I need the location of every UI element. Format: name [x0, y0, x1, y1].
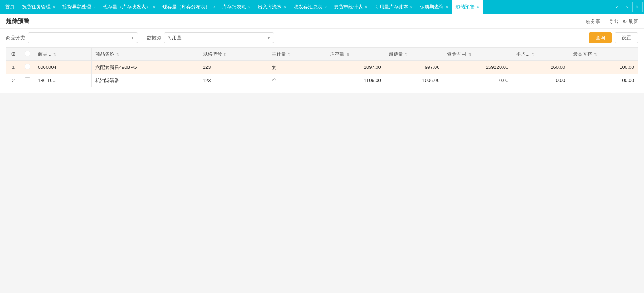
page-title: 超储预警	[6, 18, 29, 25]
table-row: 1 0000004 六配套新昌490BPG 123 套 1097.00 997.…	[6, 61, 638, 74]
sort-icon: ⇅	[532, 52, 535, 56]
col-header-avg[interactable]: 平均... ⇅	[512, 48, 569, 61]
nav-item-label: 出入库流水	[258, 4, 282, 10]
sort-icon: ⇅	[116, 52, 119, 56]
row-stock: 1106.00	[326, 74, 385, 87]
row-checkbox[interactable]	[25, 64, 30, 69]
row-capital: 0.00	[443, 74, 512, 87]
filter-bar: 商品分类 ▼ 数据源 可用量 ▼ 查询 设置	[0, 29, 644, 47]
gear-icon[interactable]: ⚙	[10, 51, 17, 58]
nav-item-7[interactable]: 收发存汇总表 ×	[290, 0, 330, 14]
category-select[interactable]: ▼	[28, 32, 138, 43]
nav-item-label: 库存批次账	[222, 4, 246, 10]
data-table: ⚙ 商品... ⇅ 商品名称 ⇅ 规格型号 ⇅ 主计量	[6, 47, 638, 87]
close-icon[interactable]: ×	[153, 5, 155, 9]
chevron-down-icon: ▼	[131, 36, 135, 40]
nav-item-4[interactable]: 现存量（库存分布表） ×	[159, 0, 218, 14]
nav-item-10[interactable]: 保质期查询 ×	[416, 0, 452, 14]
nav-more-button[interactable]: ×	[632, 2, 643, 12]
nav-item-label: 拣货异常处理	[62, 4, 91, 10]
row-avg: 260.00	[512, 61, 569, 74]
close-icon[interactable]: ×	[446, 5, 448, 9]
export-button[interactable]: ↓ 导出	[605, 18, 618, 25]
nav-item-label: 首页	[5, 4, 15, 10]
close-icon[interactable]: ×	[284, 5, 286, 9]
row-spec: 123	[199, 61, 268, 74]
datasource-filter-group: 数据源 可用量 ▼	[147, 32, 274, 43]
col-header-overstock[interactable]: 超储量 ⇅	[385, 48, 443, 61]
col-header-max-stock[interactable]: 最高库存 ⇅	[569, 48, 638, 61]
sort-icon: ⇅	[347, 52, 350, 56]
page-actions: ⎘ 分享 ↓ 导出 ↻ 刷新	[586, 18, 638, 25]
row-code: 0000004	[34, 61, 92, 74]
row-number: 2	[6, 74, 21, 87]
col-header-capital[interactable]: 资金占用 ⇅	[443, 48, 512, 61]
nav-item-6[interactable]: 出入库流水 ×	[254, 0, 290, 14]
checkbox-header	[21, 48, 34, 61]
row-checkbox-cell	[21, 74, 34, 87]
col-header-name[interactable]: 商品名称 ⇅	[91, 48, 199, 61]
close-icon[interactable]: ×	[212, 5, 215, 9]
sort-icon: ⇅	[288, 52, 291, 56]
nav-item-label: 要货单统计表	[334, 4, 363, 10]
nav-item-label: 拣货任务管理	[22, 4, 51, 10]
nav-right-arrow[interactable]: ›	[622, 2, 632, 12]
row-avg: 0.00	[512, 74, 569, 87]
col-header-stock[interactable]: 库存量 ⇅	[326, 48, 385, 61]
row-name: 机油滤清器	[91, 74, 199, 87]
sort-icon: ⇅	[53, 52, 56, 56]
category-filter-group: 商品分类 ▼	[6, 32, 138, 43]
settings-button[interactable]: 设置	[615, 32, 638, 43]
sort-icon: ⇅	[405, 52, 408, 56]
close-icon[interactable]: ×	[410, 5, 413, 9]
category-filter-label: 商品分类	[6, 34, 25, 41]
nav-item-5[interactable]: 库存批次账 ×	[219, 0, 254, 14]
row-overstock: 1006.00	[385, 74, 443, 87]
datasource-select-value: 可用量	[167, 34, 182, 41]
row-max-stock: 100.00	[569, 74, 638, 87]
row-overstock: 997.00	[385, 61, 443, 74]
row-checkbox[interactable]	[25, 77, 30, 82]
nav-item-8[interactable]: 要货单统计表 ×	[330, 0, 371, 14]
share-button[interactable]: ⎘ 分享	[586, 18, 600, 25]
col-header-code[interactable]: 商品... ⇅	[34, 48, 92, 61]
export-icon: ↓	[605, 19, 607, 25]
row-number: 1	[6, 61, 21, 74]
row-name: 六配套新昌490BPG	[91, 61, 199, 74]
nav-item-home[interactable]: 首页	[1, 0, 18, 14]
query-button[interactable]: 查询	[589, 32, 612, 43]
nav-item-2[interactable]: 拣货异常处理 ×	[59, 0, 99, 14]
close-icon[interactable]: ×	[248, 5, 250, 9]
nav-item-9[interactable]: 可用量库存账本 ×	[371, 0, 416, 14]
filter-actions: 查询 设置	[589, 32, 638, 43]
row-unit: 套	[268, 61, 326, 74]
row-max-stock: 100.00	[569, 61, 638, 74]
row-stock: 1097.00	[326, 61, 385, 74]
nav-item-label: 可用量库存账本	[375, 4, 408, 10]
nav-item-active[interactable]: 超储预警 ×	[452, 0, 483, 14]
row-checkbox-cell	[21, 61, 34, 74]
row-code: 186-10...	[34, 74, 92, 87]
sort-icon: ⇅	[224, 52, 227, 56]
datasource-filter-label: 数据源	[147, 34, 161, 41]
close-icon[interactable]: ×	[477, 5, 479, 9]
col-header-unit[interactable]: 主计量 ⇅	[268, 48, 326, 61]
datasource-select[interactable]: 可用量 ▼	[164, 32, 274, 43]
header-checkbox[interactable]	[25, 51, 30, 56]
close-icon[interactable]: ×	[53, 5, 55, 9]
row-spec: 123	[199, 74, 268, 87]
sort-icon: ⇅	[594, 52, 597, 56]
nav-left-arrow[interactable]: ‹	[612, 2, 622, 12]
table-header-row: ⚙ 商品... ⇅ 商品名称 ⇅ 规格型号 ⇅ 主计量	[6, 48, 638, 61]
close-icon[interactable]: ×	[365, 5, 367, 9]
close-icon[interactable]: ×	[325, 5, 327, 9]
settings-header: ⚙	[6, 48, 21, 61]
row-unit: 个	[268, 74, 326, 87]
close-icon[interactable]: ×	[93, 5, 95, 9]
nav-item-3[interactable]: 现存量（库存状况表） ×	[99, 0, 159, 14]
nav-item-label: 收发存汇总表	[294, 4, 322, 10]
refresh-button[interactable]: ↻ 刷新	[623, 18, 638, 25]
col-header-spec[interactable]: 规格型号 ⇅	[199, 48, 268, 61]
nav-item-1[interactable]: 拣货任务管理 ×	[18, 0, 59, 14]
nav-item-label: 超储预警	[455, 4, 475, 10]
